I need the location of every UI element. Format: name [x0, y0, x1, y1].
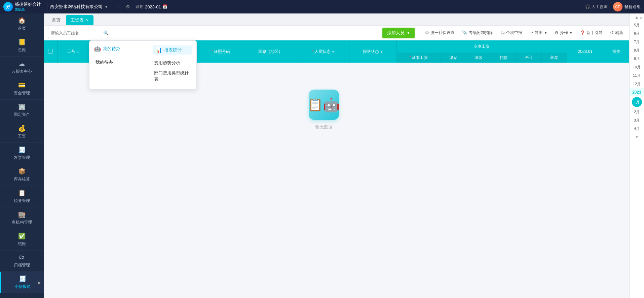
- dropdown-col-report: 📊 报表统计 费用趋势分析 部门费用类型统计表: [153, 45, 192, 84]
- logo-text: 畅捷通好会计 旗舰版: [15, 2, 41, 12]
- tab-salary-table[interactable]: 工资表 ✕: [66, 15, 93, 25]
- personal-tax-button[interactable]: 🗂 个税申报: [498, 29, 524, 37]
- search-icon[interactable]: 🔍: [103, 30, 109, 35]
- month-8[interactable]: 8月: [630, 46, 644, 55]
- support-link[interactable]: 🎧 人工咨询: [585, 4, 608, 10]
- year-month-header: 2023.01: [567, 40, 604, 63]
- sidebar-item-cloud-report[interactable]: ☁ 云报表中心: [0, 57, 44, 78]
- dropdown-divider: [143, 45, 143, 84]
- sidebar-item-fixed-asset[interactable]: 🏢 固定资产: [0, 100, 44, 121]
- special-deduction-button[interactable]: 📎 专项附加扣除: [460, 29, 495, 37]
- cost-trend-item[interactable]: 费用趋势分析: [153, 58, 192, 68]
- personal-tax-label: 个税申报: [506, 30, 522, 36]
- dept-cost-item[interactable]: 部门费用类型统计表: [153, 68, 192, 84]
- company-selector[interactable]: 西安虾米网络科技有限公司 ▼: [47, 2, 111, 11]
- tab-home-label: 首页: [52, 17, 61, 23]
- new-guide-button[interactable]: ❓ 新手引导: [578, 29, 605, 37]
- new-guide-label: 新手引导: [586, 30, 603, 36]
- todo-icon: 🤖: [94, 45, 101, 52]
- sidebar-item-settlement[interactable]: ✅ 结账: [0, 229, 44, 251]
- content-area: 首页 工资表 ✕ 🔍 添加人员 ▼ ⚙ 统一社保设置: [44, 13, 629, 298]
- sidebar-item-fund[interactable]: 💳 资金管理: [0, 78, 44, 100]
- month-12[interactable]: 12月: [630, 80, 644, 88]
- sidebar-item-inventory[interactable]: 📦 库存核算: [0, 164, 44, 186]
- id-no-header: *证照号码: [199, 40, 243, 63]
- add-icon[interactable]: +: [114, 3, 122, 11]
- sidebar-label-invoice: 发票管理: [14, 155, 30, 161]
- sidebar-item-home[interactable]: 🏠 首页: [0, 13, 44, 35]
- social-insurance-icon: ⚙: [425, 30, 429, 35]
- refresh-label: 刷新: [615, 30, 623, 36]
- month-7[interactable]: 7月: [630, 38, 644, 46]
- report-status-filter-icon[interactable]: ▼: [380, 50, 383, 54]
- empty-icon: 🤖: [309, 90, 339, 120]
- export-button[interactable]: ↗ 导出 ▼: [528, 29, 549, 37]
- sidebar-item-invoice[interactable]: 🧾 发票管理: [0, 143, 44, 164]
- tab-home[interactable]: 首页: [47, 15, 65, 25]
- divider1: [419, 30, 419, 36]
- settings-icon[interactable]: ⚙: [124, 3, 132, 11]
- month-4[interactable]: 4月: [630, 125, 644, 133]
- calendar-icon[interactable]: 📅: [162, 4, 167, 9]
- country-header: 国籍（地区）: [243, 40, 298, 63]
- home-icon: 🏠: [18, 17, 26, 24]
- month-1[interactable]: 1月: [632, 97, 642, 107]
- sidebar-item-salary[interactable]: 💰 工资: [0, 121, 44, 143]
- report-status-header: 报送状态 ▼: [349, 40, 396, 63]
- sidebar-item-ledger[interactable]: 📒 总账: [0, 35, 44, 57]
- month-3[interactable]: 3月: [630, 116, 644, 125]
- headset-icon: 🎧: [585, 4, 590, 9]
- person-status-filter-icon[interactable]: ▼: [332, 50, 335, 54]
- bonus-header: 绩效: [466, 53, 491, 63]
- sidebar-item-xiaochang[interactable]: 🧾 小畅报销 ▶: [0, 272, 44, 293]
- month-6[interactable]: 6月: [630, 29, 644, 38]
- month-10[interactable]: 10月: [630, 63, 644, 71]
- chevron-down-icon: ▼: [105, 5, 108, 9]
- sort-icon[interactable]: ⇅: [76, 50, 79, 54]
- month-11[interactable]: 11月: [630, 71, 644, 80]
- search-input[interactable]: [51, 31, 101, 35]
- panel-down-icon[interactable]: ▼: [634, 133, 640, 140]
- sidebar-item-tax[interactable]: 📋 税务管理: [0, 186, 44, 207]
- report-icon: 📊: [155, 47, 162, 53]
- sidebar: 🏠 首页 📒 总账 ☁ 云报表中心 💳 资金管理 🏢 固定资产 💰 工资 🧾 发…: [0, 13, 44, 298]
- month-5[interactable]: 5月: [630, 21, 644, 29]
- operation-icon: ⚙: [555, 30, 559, 35]
- sidebar-item-basic[interactable]: ⚙ 基础设置: [0, 293, 44, 298]
- allowance-header: 津贴: [441, 53, 466, 63]
- right-panel: ▲ 5月 6月 7月 8月 9月 10月 11月 12月 2023 1月 2月 …: [629, 13, 644, 298]
- multi-org-icon: 🏬: [18, 211, 26, 218]
- fund-icon: 💳: [18, 81, 26, 89]
- operation-arrow: ▼: [569, 31, 572, 35]
- sidebar-label-home: 首页: [18, 26, 26, 31]
- select-all-checkbox[interactable]: [48, 49, 53, 54]
- panel-close-icon[interactable]: ✕: [639, 15, 643, 20]
- header-right: 🎧 人工咨询 CE 畅捷通组: [585, 2, 641, 11]
- special-deduction-icon: 📎: [462, 30, 467, 35]
- tab-close-icon[interactable]: ✕: [86, 18, 89, 23]
- pension-header: 养老: [541, 53, 567, 63]
- dropdown-popup: 🤖 我的待办 我的待办 📊 报表统计 费用趋势分析 部门费用类型统计表: [89, 40, 197, 89]
- operation-button[interactable]: ⚙ 操作 ▼: [553, 29, 574, 37]
- month-9[interactable]: 9月: [630, 55, 644, 63]
- cloud-icon: ☁: [19, 60, 25, 67]
- sidebar-item-multi-org[interactable]: 🏬 多机构管理: [0, 207, 44, 229]
- sidebar-item-archive[interactable]: 🗂 归档管理: [0, 251, 44, 272]
- social-insurance-button[interactable]: ⚙ 统一社保设置: [423, 29, 457, 37]
- top-header: 好 畅捷通好会计 旗舰版 西安虾米网络科技有限公司 ▼ + ⚙ 账期 2023-…: [0, 0, 644, 13]
- sidebar-label-ledger: 总账: [18, 47, 26, 53]
- export-label: 导出: [535, 30, 543, 36]
- inventory-icon: 📦: [18, 168, 26, 175]
- my-todo-item[interactable]: 我的待办: [94, 57, 134, 67]
- refresh-button[interactable]: ↺ 刷新: [608, 29, 625, 37]
- tax-icon: 📋: [18, 189, 26, 197]
- xiaochang-icon: 🧾: [19, 275, 26, 283]
- logo-icon: 好: [3, 2, 13, 11]
- user-info[interactable]: CE 畅捷通组: [613, 2, 641, 11]
- add-person-button[interactable]: 添加人员 ▼: [382, 28, 415, 38]
- deduction-header: 扣款: [491, 53, 516, 63]
- dropdown-col-todo: 🤖 我的待办 我的待办: [94, 45, 134, 84]
- special-deduction-label: 专项附加扣除: [469, 30, 493, 36]
- year-2023: 2023: [630, 88, 644, 96]
- month-2[interactable]: 2月: [630, 108, 644, 116]
